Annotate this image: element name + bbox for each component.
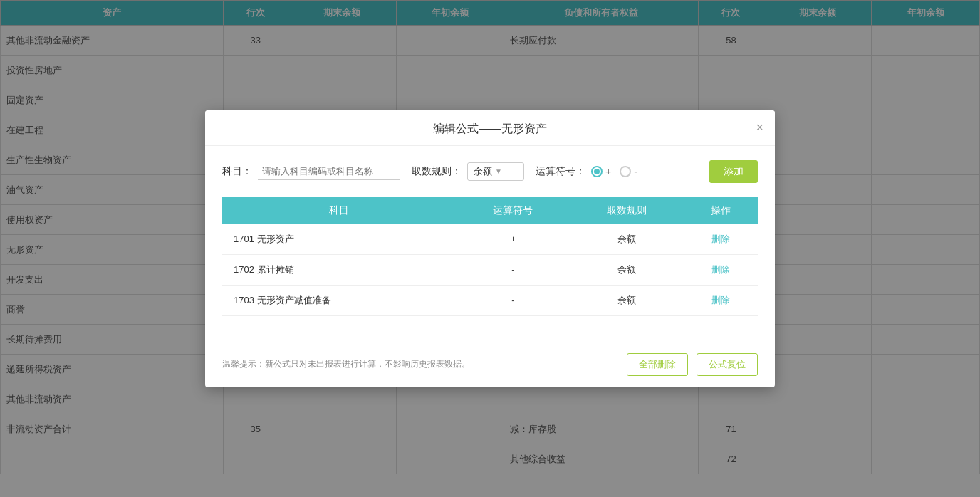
- modal-header: 编辑公式——无形资产 ×: [205, 110, 775, 146]
- subject-label: 科目：: [222, 165, 252, 178]
- operator-minus-label: -: [634, 166, 637, 177]
- formula-rule: 余额: [570, 285, 684, 315]
- th-operator: 运算符号: [457, 197, 570, 224]
- form-row: 科目： 取数规则： 余额 ▼ 运算符号： +: [222, 160, 758, 183]
- radio-plus-circle: [591, 166, 603, 177]
- operator-minus-radio[interactable]: -: [620, 166, 637, 177]
- operator-plus-label: +: [605, 166, 611, 177]
- chevron-down-icon: ▼: [495, 167, 502, 175]
- modal-body: 科目： 取数规则： 余额 ▼ 运算符号： +: [205, 146, 775, 345]
- rule-select-value: 余额: [474, 165, 492, 178]
- delete-row-button[interactable]: 删除: [711, 233, 730, 246]
- th-rule: 取数规则: [570, 197, 684, 224]
- formula-operator: +: [457, 224, 570, 255]
- formula-rule: 余额: [570, 224, 684, 255]
- formula-row: 1701 无形资产+余额删除: [222, 224, 758, 255]
- footer-buttons: 全部删除 公式复位: [627, 353, 758, 376]
- formula-row: 1703 无形资产减值准备-余额删除: [222, 285, 758, 315]
- formula-operator: -: [457, 254, 570, 285]
- delete-row-button[interactable]: 删除: [711, 294, 730, 307]
- add-button[interactable]: 添加: [709, 160, 758, 183]
- subject-field-group: 科目：: [222, 163, 400, 180]
- operator-plus-radio[interactable]: +: [591, 166, 611, 177]
- operator-radio-group: + -: [591, 166, 637, 177]
- rule-field-group: 取数规则： 余额 ▼: [412, 162, 524, 181]
- formula-action: 删除: [684, 254, 758, 285]
- modal-title: 编辑公式——无形资产: [433, 122, 547, 137]
- delete-all-button[interactable]: 全部删除: [627, 353, 688, 376]
- operator-field-group: 运算符号： + -: [536, 165, 637, 178]
- subject-input[interactable]: [258, 163, 400, 180]
- operator-label: 运算符号：: [536, 165, 585, 178]
- formula-table: 科目 运算符号 取数规则 操作 1701 无形资产+余额删除1702 累计摊销-…: [222, 197, 758, 316]
- modal-close-button[interactable]: ×: [756, 121, 763, 134]
- modal-footer: 温馨提示：新公式只对未出报表进行计算，不影响历史报表数据。 全部删除 公式复位: [205, 345, 775, 387]
- delete-row-button[interactable]: 删除: [711, 263, 730, 276]
- formula-subject: 1703 无形资产减值准备: [222, 285, 457, 315]
- modal-overlay: 编辑公式——无形资产 × 科目： 取数规则： 余额 ▼ 运算: [0, 0, 980, 497]
- th-action: 操作: [684, 197, 758, 224]
- rule-select[interactable]: 余额 ▼: [467, 162, 524, 181]
- footer-hint: 温馨提示：新公式只对未出报表进行计算，不影响历史报表数据。: [222, 358, 470, 370]
- rule-label: 取数规则：: [412, 165, 462, 178]
- formula-action: 删除: [684, 285, 758, 315]
- formula-subject: 1702 累计摊销: [222, 254, 457, 285]
- modal-dialog: 编辑公式——无形资产 × 科目： 取数规则： 余额 ▼ 运算: [205, 110, 775, 387]
- formula-subject: 1701 无形资产: [222, 224, 457, 255]
- reset-formula-button[interactable]: 公式复位: [697, 353, 758, 376]
- radio-minus-circle: [620, 166, 631, 177]
- formula-operator: -: [457, 285, 570, 315]
- formula-action: 删除: [684, 224, 758, 255]
- formula-rule: 余额: [570, 254, 684, 285]
- formula-row: 1702 累计摊销-余额删除: [222, 254, 758, 285]
- th-subject: 科目: [222, 197, 457, 224]
